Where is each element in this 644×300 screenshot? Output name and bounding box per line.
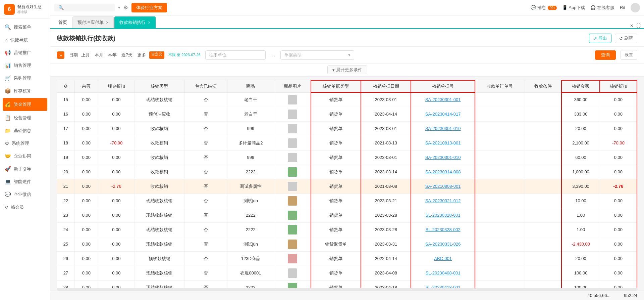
sidebar-item-system[interactable]: ⚙系统管理 xyxy=(0,137,50,150)
cell-doc-type: 销货单 xyxy=(311,280,361,288)
date-opt-this-year[interactable]: 本年 xyxy=(107,51,118,59)
system-icon: ⚙ xyxy=(5,140,9,146)
col-writeoff-amount-header: 核销金额 xyxy=(561,80,600,92)
sidebar-item-basic[interactable]: 📁基础信息 xyxy=(0,124,50,137)
tab-controls: ✕ ⛶ xyxy=(630,23,641,28)
cell-doc-type: 销货单 xyxy=(311,92,361,107)
sidebar-item-corp[interactable]: 🤝企业协同 xyxy=(0,150,50,163)
cell-doc-no[interactable]: SA-20230301-001 xyxy=(411,92,475,107)
sidebar-item-finance[interactable]: 💰资金管理 xyxy=(3,98,47,111)
guide-icon: 🚀 xyxy=(5,166,11,172)
cell-balance: 0.00 xyxy=(74,107,98,121)
cell-doc-no[interactable]: SA-20230301-010 xyxy=(411,150,475,165)
col-cash-discount-header: 现金折扣 xyxy=(98,80,135,92)
nav-label: 快捷导航 xyxy=(10,37,28,43)
cell-doc-no[interactable]: SL-20230418-001 xyxy=(411,280,475,288)
horizontal-scrollbar[interactable] xyxy=(57,288,637,291)
setting-button[interactable]: 设置 xyxy=(621,50,637,60)
cell-cash-discount: -70.00 xyxy=(98,136,135,150)
cell-doc-no[interactable]: SA-20230301-010 xyxy=(411,121,475,136)
sidebar-item-inventory[interactable]: 📦库存核算 xyxy=(0,85,50,97)
filter-expand-btn[interactable]: » xyxy=(57,51,64,59)
app-download[interactable]: 📱 App下载 xyxy=(562,5,585,11)
cell-product-img xyxy=(274,266,311,280)
cell-product-img xyxy=(274,280,311,288)
date-opt-7days[interactable]: 近7天 xyxy=(120,51,134,59)
cell-receipt-order xyxy=(475,121,525,136)
col-settings-header[interactable]: ⚙ xyxy=(57,80,74,92)
dropdown-chevron-icon[interactable]: ▾ xyxy=(118,5,120,10)
sidebar-item-sales[interactable]: 📊销售管理 xyxy=(0,59,50,72)
cell-writeoff-discount: -2.76 xyxy=(600,179,637,194)
nav-icon: ⌂ xyxy=(5,37,8,43)
cell-receipt-condition xyxy=(525,237,561,251)
export-button[interactable]: ↗ 导出 xyxy=(589,34,611,43)
sidebar-item-purchase[interactable]: 🛒采购管理 xyxy=(0,72,50,85)
cell-include-settled: 否 xyxy=(184,121,227,136)
tab-maximize-icon[interactable]: ⛶ xyxy=(636,23,641,28)
sidebar-item-nav[interactable]: ⌂快捷导航 xyxy=(0,34,50,46)
sidebar-item-manage[interactable]: 📋经营管理 xyxy=(0,112,50,124)
cell-doc-no[interactable]: SL-20230408-001 xyxy=(411,266,475,280)
cell-cash-discount: 0.00 xyxy=(98,280,135,288)
tab-prepay[interactable]: 预付冲应付单 ✕ xyxy=(72,16,114,28)
tab-writeoff-close-icon[interactable]: ✕ xyxy=(148,20,151,25)
online-service[interactable]: 🎧 在线客服 xyxy=(590,5,614,11)
cell-doc-no[interactable]: ABC-001 xyxy=(411,251,475,266)
cell-balance: 0.00 xyxy=(74,92,98,107)
sidebar-item-hardware[interactable]: 💻智能硬件 xyxy=(0,175,50,188)
expand-more-btn[interactable]: ▾ 展开更多条件 xyxy=(327,66,367,74)
table-footer: 40,556,66... 952.24 xyxy=(50,291,644,300)
date-opt-last-month[interactable]: 上月 xyxy=(80,51,91,59)
date-custom-btn[interactable]: 自定义 xyxy=(149,51,164,59)
cell-writeoff-discount: -70.00 xyxy=(600,136,637,150)
sidebar-item-wechat[interactable]: 💬企业微信 xyxy=(0,188,50,201)
cell-include-settled: 否 xyxy=(184,136,227,150)
cell-doc-no[interactable]: SA-20210808-001 xyxy=(411,179,475,194)
cell-doc-no[interactable]: SA-20230331-026 xyxy=(411,237,475,251)
avatar[interactable] xyxy=(631,3,640,12)
cell-doc-no[interactable]: SA-20210813-001 xyxy=(411,136,475,150)
sidebar-item-vip[interactable]: V畅会员 xyxy=(0,201,50,214)
cell-doc-no[interactable]: SL-20230328-002 xyxy=(411,222,475,237)
tab-home-label: 首页 xyxy=(58,19,67,26)
industry-btn[interactable]: 体验行业方案 xyxy=(131,3,167,12)
query-button[interactable]: 查询 xyxy=(595,50,616,60)
refresh-label: 刷新 xyxy=(624,35,633,41)
cell-writeoff-amount: 10.00 xyxy=(561,194,600,208)
cell-include-settled: 否 xyxy=(184,107,227,121)
cell-doc-date: 2023-03-01 xyxy=(361,121,411,136)
voucher-type-select[interactable]: 单据类型 ▾ xyxy=(280,50,354,60)
tab-close-window-icon[interactable]: ✕ xyxy=(630,23,634,28)
cell-receipt-condition xyxy=(525,136,561,150)
from-unit-input[interactable]: 往来单位 xyxy=(205,50,266,60)
expand-more-label: 展开更多条件 xyxy=(336,67,362,73)
cell-doc-type: 销货单 xyxy=(311,150,361,165)
cell-doc-no[interactable]: SA-20230321-012 xyxy=(411,194,475,208)
sidebar-item-search[interactable]: 🔍搜索菜单 xyxy=(0,21,50,34)
page-header: 收款核销执行(按收款) ↗ 导出 ↺ 刷新 xyxy=(50,29,644,47)
cell-writeoff-amount: 100.00 xyxy=(561,266,600,280)
cell-doc-no[interactable]: SA-20230414-017 xyxy=(411,107,475,121)
cell-doc-no[interactable]: SA-20230314-008 xyxy=(411,165,475,179)
tab-writeoff[interactable]: 收款核销执行 ✕ xyxy=(114,16,156,28)
cell-doc-no[interactable]: SL-20230328-001 xyxy=(411,208,475,222)
purchase-label: 采购管理 xyxy=(14,75,31,81)
tab-home[interactable]: 首页 xyxy=(54,17,72,28)
date-opt-more[interactable]: 更多 xyxy=(136,51,147,59)
sidebar-item-marketing[interactable]: 📢营销推广 xyxy=(0,46,50,59)
search-box[interactable]: 🔍 xyxy=(54,4,115,11)
sidebar-item-guide[interactable]: 🚀新手引导 xyxy=(0,163,50,175)
expand-more-bar: ▾ 展开更多条件 xyxy=(50,63,644,77)
refresh-button[interactable]: ↺ 刷新 xyxy=(615,34,637,43)
gear-icon[interactable]: ⚙ xyxy=(123,4,128,11)
cell-id: 22 xyxy=(57,194,74,208)
date-opt-this-month[interactable]: 本月 xyxy=(93,51,105,59)
message-area[interactable]: 💬 消息 99+ xyxy=(531,5,557,11)
cell-product-img xyxy=(274,222,311,237)
cell-cash-discount: 0.00 xyxy=(98,165,135,179)
cell-include-settled: 否 xyxy=(184,179,227,194)
service-label: 在线客服 xyxy=(597,5,614,10)
logo-sub: 标准版 xyxy=(17,10,42,14)
tab-prepay-close-icon[interactable]: ✕ xyxy=(106,20,109,25)
